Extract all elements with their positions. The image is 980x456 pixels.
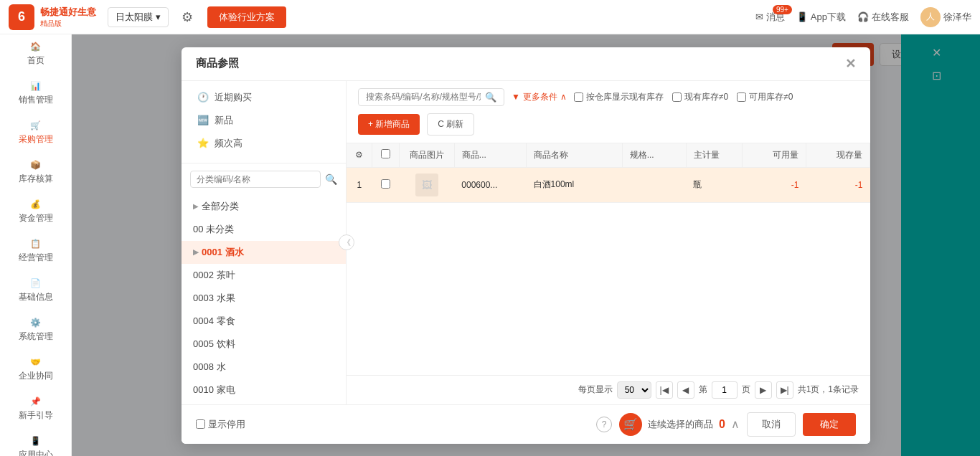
guide-icon: 📌 <box>30 396 41 407</box>
page-size-select[interactable]: 50 <box>617 381 651 399</box>
tab-frequent[interactable]: ⭐ 频次高 <box>190 133 337 154</box>
tab-recent[interactable]: 🕐 近期购买 <box>190 87 337 108</box>
product-image: 🖼 <box>415 174 438 196</box>
cart-area: 🛒 连续选择的商品 0 ∧ <box>619 413 740 436</box>
category-0004[interactable]: 0004 零食 <box>182 310 346 333</box>
collapse-panel-btn[interactable]: 《 <box>339 234 354 250</box>
sidebar-item-guide[interactable]: 📌 新手引导 <box>0 389 71 429</box>
show-disabled-checkbox[interactable] <box>196 419 205 429</box>
appcenter-icon: 📱 <box>30 436 41 446</box>
home-icon: 🏠 <box>30 42 41 52</box>
sidebar-item-home[interactable]: 🏠 首页 <box>0 34 71 74</box>
col-unit[interactable]: 主计量 <box>686 143 742 168</box>
chevron-up-icon: ∧ <box>560 92 567 102</box>
last-page-btn[interactable]: ▶| <box>776 381 793 399</box>
user-profile[interactable]: 人 徐泽华 <box>920 7 971 27</box>
system-icon: ⚙️ <box>30 318 41 328</box>
category-0001[interactable]: ▶ 0001 酒水 <box>182 241 346 264</box>
row-checkbox[interactable] <box>381 179 390 189</box>
next-page-btn[interactable]: ▶ <box>755 381 772 399</box>
sidebar-item-inventory[interactable]: 📦 库存核算 <box>0 153 71 192</box>
modal-title: 商品参照 <box>196 57 239 70</box>
row-name: 白酒100ml <box>527 167 623 202</box>
sidebar-item-finance[interactable]: 💰 资金管理 <box>0 192 71 232</box>
row-checkbox-cell[interactable] <box>372 167 400 202</box>
settings-icon[interactable]: ⚙ <box>176 6 199 29</box>
modal-close-btn[interactable]: ✕ <box>845 56 856 72</box>
prev-page-btn[interactable]: ◀ <box>677 381 694 399</box>
right-panel-content: 🔍 ▼ 更多条件 ∧ 按仓库显示现有库存 <box>347 81 870 404</box>
sidebar-item-enterprise[interactable]: 🤝 企业协同 <box>0 350 71 389</box>
category-search-input[interactable] <box>190 171 321 188</box>
star-icon: ⭐ <box>197 138 209 148</box>
left-panel-tabs: 🕐 近期购买 🆕 新品 ⭐ 频次高 <box>182 81 346 160</box>
check-all-input[interactable] <box>381 149 390 158</box>
category-0003[interactable]: 0003 水果 <box>182 287 346 310</box>
operations-icon: 📋 <box>30 239 41 249</box>
category-0010[interactable]: 0010 家电 <box>182 379 346 402</box>
nav-right: ✉ 消息 99+ 📱 App下载 🎧 在线客服 人 徐泽华 <box>755 7 971 27</box>
col-available[interactable]: 可用量 <box>742 143 806 168</box>
cart-icon[interactable]: 🛒 <box>619 413 642 436</box>
table-header: ⚙ 商品图片 商品... 商品名称 规格... 主计量 可用量 现存量 <box>347 143 870 168</box>
messages-btn[interactable]: ✉ 消息 99+ <box>755 11 785 24</box>
sidebar-item-basic[interactable]: 📄 基础信息 <box>0 271 71 310</box>
category-00[interactable]: 00 未分类 <box>182 218 346 241</box>
logo-area: 6 畅捷通好生意 精品版 <box>9 4 96 30</box>
row-image-cell: 🖼 <box>399 167 454 202</box>
sidebar-item-sales[interactable]: 📊 销售管理 <box>0 74 71 113</box>
org-selector[interactable]: 日太阳膜 ▾ <box>108 7 169 27</box>
checkbox-available-input[interactable] <box>737 92 746 102</box>
confirm-btn[interactable]: 确定 <box>803 413 856 436</box>
content-area: 查询 设置 刷新 ✕ ⊡ 商品参照 ✕ <box>72 34 980 456</box>
category-search-icon[interactable]: 🔍 <box>325 174 337 185</box>
checkbox-stock-nonzero[interactable]: 现有库存≠0 <box>672 91 728 103</box>
checkbox-group: 按仓库显示现有库存 现有库存≠0 可用库存≠0 <box>574 91 793 103</box>
sidebar-item-system[interactable]: ⚙️ 系统管理 <box>0 310 71 350</box>
col-product-code[interactable]: 商品... <box>454 143 526 168</box>
modal-header: 商品参照 ✕ <box>182 47 870 81</box>
checkbox-available-nonzero[interactable]: 可用库存≠0 <box>737 91 793 103</box>
checkbox-warehouse[interactable]: 按仓库显示现有库存 <box>574 91 664 103</box>
page-input[interactable] <box>712 381 738 399</box>
pagination: 每页显示 50 |◀ ◀ 第 页 ▶ ▶| 共1页，1条记录 <box>347 375 870 404</box>
product-search-input[interactable] <box>366 92 481 102</box>
refresh-table-btn[interactable]: C 刷新 <box>427 113 474 136</box>
sidebar-item-purchase[interactable]: 🛒 采购管理 <box>0 113 71 153</box>
col-product-image: 商品图片 <box>399 143 454 168</box>
sidebar-item-operations[interactable]: 📋 经营管理 <box>0 232 71 271</box>
checkbox-stock-input[interactable] <box>672 92 682 102</box>
table-row[interactable]: 1 🖼 000600... 白酒100ml 瓶 <box>347 167 870 202</box>
checkbox-warehouse-input[interactable] <box>574 92 583 102</box>
message-icon: ✉ <box>755 11 763 22</box>
category-0008[interactable]: 0008 水 <box>182 356 346 379</box>
category-all[interactable]: ▶ 全部分类 <box>182 195 346 218</box>
tab-new[interactable]: 🆕 新品 <box>190 110 337 131</box>
filter-btn[interactable]: ▼ 更多条件 ∧ <box>512 91 567 103</box>
category-0002[interactable]: 0002 茶叶 <box>182 264 346 287</box>
category-0005[interactable]: 0005 饮料 <box>182 333 346 356</box>
arrow-icon-0001: ▶ <box>193 248 199 256</box>
row-stock: -1 <box>806 167 870 202</box>
help-icon[interactable]: ? <box>596 417 612 432</box>
cancel-btn[interactable]: 取消 <box>747 412 796 437</box>
topnav: 6 畅捷通好生意 精品版 日太阳膜 ▾ ⚙ 体验行业方案 ✉ 消息 99+ 📱 … <box>0 0 980 34</box>
app-download-btn[interactable]: 📱 App下载 <box>796 11 846 24</box>
chevron-up-icon[interactable]: ∧ <box>731 417 740 431</box>
search-icon[interactable]: 🔍 <box>485 92 496 103</box>
first-page-btn[interactable]: |◀ <box>656 381 673 399</box>
col-stock[interactable]: 现存量 <box>806 143 870 168</box>
col-check-all[interactable] <box>372 143 400 168</box>
product-reference-modal: 商品参照 ✕ 🕐 近期购买 🆕 <box>182 47 870 444</box>
category-search: 🔍 <box>182 166 346 192</box>
trial-btn[interactable]: 体验行业方案 <box>207 6 286 28</box>
row-code: 000600... <box>454 167 526 202</box>
modal-overlay: 商品参照 ✕ 🕐 近期购买 🆕 <box>72 34 980 456</box>
add-product-btn[interactable]: + 新增商品 <box>358 114 420 135</box>
col-product-name[interactable]: 商品名称 <box>527 143 623 168</box>
sidebar-item-appcenter[interactable]: 📱 应用中心 <box>0 429 71 456</box>
purchase-icon: 🛒 <box>30 120 41 130</box>
online-service-btn[interactable]: 🎧 在线客服 <box>857 11 909 24</box>
col-spec[interactable]: 规格... <box>622 143 686 168</box>
col-settings-icon[interactable]: ⚙ <box>347 143 372 168</box>
